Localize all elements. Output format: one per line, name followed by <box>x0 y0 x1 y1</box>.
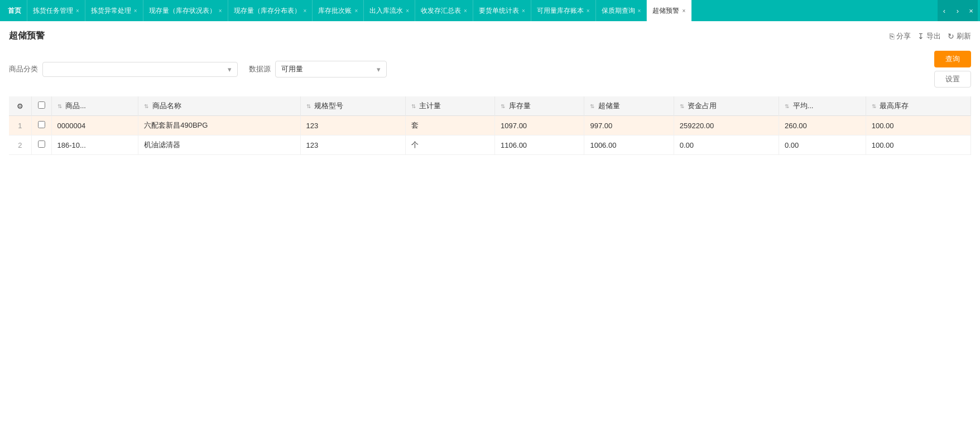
nav-tab-overstock-warning[interactable]: 超储预警 × <box>647 0 691 21</box>
cell-max-stock: 100.00 <box>866 116 971 135</box>
nav-tab-jicun-mgmt[interactable]: 拣货任务管理 × <box>27 0 85 21</box>
close-icon[interactable]: × <box>354 8 358 14</box>
sort-icon: ⇅ <box>57 103 62 109</box>
sort-icon: ⇅ <box>680 103 684 109</box>
row-number: 2 <box>9 135 31 155</box>
share-icon: ⎘ <box>890 32 894 41</box>
chevron-down-icon: ▾ <box>228 65 232 74</box>
column-checkbox[interactable] <box>31 96 51 116</box>
table-row: 1 0000004 六配套新昌490BPG 123 套 1097.00 997.… <box>9 116 971 135</box>
gear-icon: ⚙ <box>17 102 23 110</box>
row-checkbox-cell[interactable] <box>31 135 51 155</box>
cell-product-name: 六配套新昌490BPG <box>138 116 300 135</box>
page-header: 超储预警 ⎘ 分享 ↧ 导出 ↻ 刷新 <box>9 30 971 42</box>
cell-unit: 套 <box>405 116 494 135</box>
settings-button[interactable]: 设置 <box>934 71 971 88</box>
close-icon[interactable]: × <box>587 8 590 14</box>
datasource-filter: 数据源 可用量 ▾ <box>249 61 387 77</box>
column-product-code[interactable]: ⇅ 商品... <box>51 96 138 116</box>
cell-unit: 个 <box>405 135 494 155</box>
nav-tab-inventory-batch[interactable]: 库存批次账 × <box>313 0 364 21</box>
category-label: 商品分类 <box>9 64 38 74</box>
row-checkbox[interactable] <box>38 121 45 128</box>
row-checkbox[interactable] <box>38 140 45 148</box>
cell-avg: 0.00 <box>779 135 866 155</box>
category-select[interactable]: ▾ <box>42 62 238 77</box>
cell-max-stock: 100.00 <box>866 135 971 155</box>
sort-icon: ⇅ <box>144 103 148 109</box>
share-button[interactable]: ⎘ 分享 <box>890 31 911 41</box>
column-unit[interactable]: ⇅ 主计量 <box>405 96 494 116</box>
datasource-label: 数据源 <box>249 64 271 74</box>
cell-product-name: 机油滤清器 <box>138 135 300 155</box>
nav-tab-recv-summary[interactable]: 收发存汇总表 × <box>415 0 473 21</box>
cell-stock: 1106.00 <box>495 135 584 155</box>
refresh-icon: ↻ <box>948 32 954 41</box>
export-icon: ↧ <box>917 32 924 41</box>
page-container: 超储预警 ⎘ 分享 ↧ 导出 ↻ 刷新 商品分类 ▾ 数据源 <box>0 21 980 446</box>
header-actions: ⎘ 分享 ↧ 导出 ↻ 刷新 <box>890 31 971 41</box>
nav-arrow-left[interactable]: ‹ <box>938 0 951 21</box>
chevron-down-icon: ▾ <box>377 65 381 74</box>
cell-overstock: 997.00 <box>584 116 674 135</box>
table-header-row: ⚙ ⇅ 商品... ⇅ 商品名称 ⇅ 规格型号 <box>9 96 971 116</box>
cell-stock: 1097.00 <box>495 116 584 135</box>
sort-icon: ⇅ <box>411 103 416 109</box>
filter-actions: 查询 设置 <box>934 51 971 88</box>
nav-tab-inventory-status[interactable]: 现存量（库存状况表） × <box>143 0 228 21</box>
column-avg[interactable]: ⇅ 平均... <box>779 96 866 116</box>
cell-capital: 0.00 <box>674 135 779 155</box>
page-title: 超储预警 <box>9 30 45 42</box>
nav-tab-order-stats[interactable]: 要货单统计表 × <box>473 0 531 21</box>
cell-spec: 123 <box>300 116 405 135</box>
nav-tab-available-inv[interactable]: 可用量库存账本 × <box>531 0 596 21</box>
close-icon[interactable]: × <box>638 8 641 14</box>
cell-avg: 260.00 <box>779 116 866 135</box>
sort-icon: ⇅ <box>872 103 876 109</box>
close-icon[interactable]: × <box>406 8 409 14</box>
row-number: 1 <box>9 116 31 135</box>
nav-tab-jicun-abnormal[interactable]: 拣货异常处理 × <box>85 0 143 21</box>
nav-tab-inventory-dist[interactable]: 现存量（库存分布表） × <box>228 0 313 21</box>
nav-tab-home[interactable]: 首页 <box>2 0 27 21</box>
column-capital[interactable]: ⇅ 资金占用 <box>674 96 779 116</box>
close-icon[interactable]: × <box>464 8 467 14</box>
close-icon[interactable]: × <box>76 8 79 14</box>
close-icon[interactable]: × <box>522 8 525 14</box>
sort-icon: ⇅ <box>590 103 594 109</box>
filter-row: 商品分类 ▾ 数据源 可用量 ▾ 查询 设置 <box>9 51 971 88</box>
cell-spec: 123 <box>300 135 405 155</box>
cell-product-code: 186-10... <box>51 135 138 155</box>
cell-capital: 259220.00 <box>674 116 779 135</box>
nav-tab-inout-flow[interactable]: 出入库流水 × <box>364 0 415 21</box>
export-button[interactable]: ↧ 导出 <box>917 31 941 41</box>
top-navigation: 首页 拣货任务管理 × 拣货异常处理 × 现存量（库存状况表） × 现存量（库存… <box>0 0 980 21</box>
column-overstock[interactable]: ⇅ 超储量 <box>584 96 674 116</box>
datasource-select[interactable]: 可用量 ▾ <box>275 61 387 77</box>
row-checkbox-cell[interactable] <box>31 116 51 135</box>
select-all-checkbox[interactable] <box>38 101 45 109</box>
datasource-value: 可用量 <box>281 64 303 74</box>
column-spec[interactable]: ⇅ 规格型号 <box>300 96 405 116</box>
data-table-wrapper: ⚙ ⇅ 商品... ⇅ 商品名称 ⇅ 规格型号 <box>9 96 971 155</box>
column-settings[interactable]: ⚙ <box>9 96 31 116</box>
close-icon[interactable]: × <box>219 8 222 14</box>
category-filter: 商品分类 ▾ <box>9 62 238 77</box>
column-max-stock[interactable]: ⇅ 最高库存 <box>866 96 971 116</box>
refresh-button[interactable]: ↻ 刷新 <box>948 31 971 41</box>
close-icon[interactable]: × <box>682 8 685 14</box>
close-icon[interactable]: × <box>134 8 137 14</box>
nav-tab-quality-check[interactable]: 保质期查询 × <box>596 0 647 21</box>
nav-arrow-close[interactable]: × <box>964 0 978 21</box>
data-table: ⚙ ⇅ 商品... ⇅ 商品名称 ⇅ 规格型号 <box>9 96 971 155</box>
query-button[interactable]: 查询 <box>934 51 971 67</box>
cell-overstock: 1006.00 <box>584 135 674 155</box>
sort-icon: ⇅ <box>306 103 311 109</box>
close-icon[interactable]: × <box>304 8 307 14</box>
table-row: 2 186-10... 机油滤清器 123 个 1106.00 1006.00 … <box>9 135 971 155</box>
cell-product-code: 0000004 <box>51 116 138 135</box>
column-product-name[interactable]: ⇅ 商品名称 <box>138 96 300 116</box>
nav-arrow-right[interactable]: › <box>951 0 964 21</box>
sort-icon: ⇅ <box>501 103 505 109</box>
column-stock[interactable]: ⇅ 库存量 <box>495 96 584 116</box>
